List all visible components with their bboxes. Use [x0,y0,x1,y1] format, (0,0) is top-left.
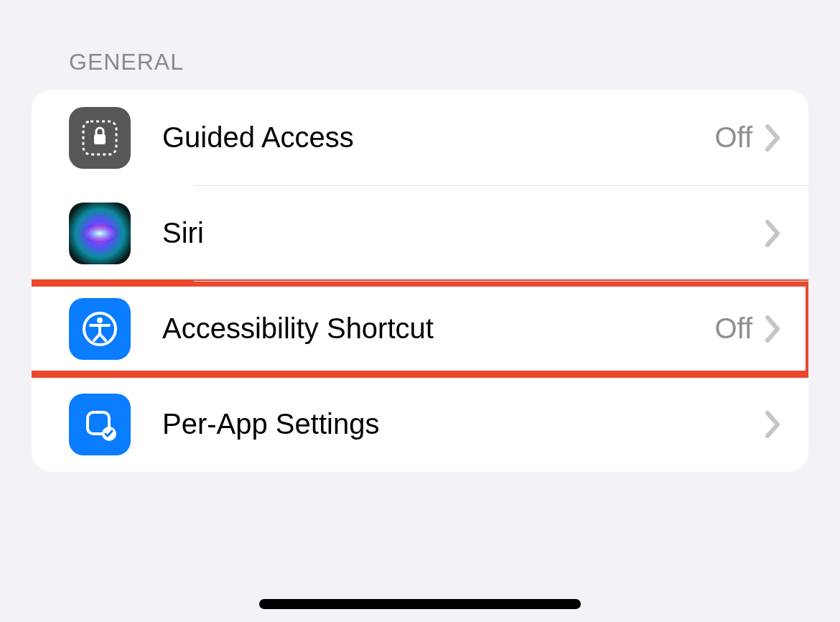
siri-icon [69,203,131,264]
settings-list: Guided Access Off Siri [32,90,808,472]
svg-rect-1 [94,134,106,144]
chevron-right-icon [765,124,781,152]
row-per-app-settings[interactable]: Per-App Settings [32,376,808,472]
accessibility-icon [69,298,131,360]
svg-point-2 [80,223,120,243]
row-accessibility-shortcut[interactable]: Accessibility Shortcut Off [32,281,808,376]
guided-access-icon [69,107,131,169]
section-header-general: GENERAL [0,0,840,90]
row-label: Accessibility Shortcut [162,312,714,345]
row-label: Siri [162,217,765,249]
home-indicator[interactable] [259,599,581,609]
chevron-right-icon [765,315,781,343]
chevron-right-icon [765,411,781,438]
row-siri[interactable]: Siri [32,185,808,281]
chevron-right-icon [765,220,781,247]
row-label: Per-App Settings [162,408,765,440]
row-guided-access[interactable]: Guided Access Off [32,90,808,185]
row-value: Off [714,121,752,154]
svg-point-4 [97,317,103,323]
row-value: Off [714,312,752,345]
row-label: Guided Access [162,121,714,154]
per-app-settings-icon [69,394,131,455]
